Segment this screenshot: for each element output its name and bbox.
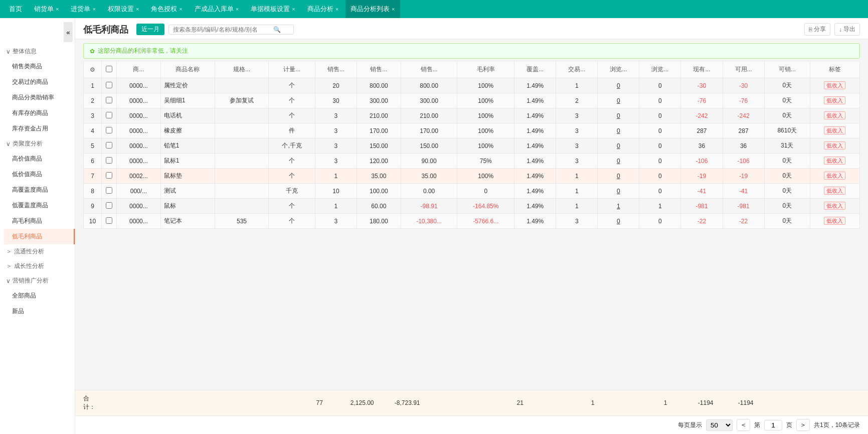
nav-analysis-list[interactable]: 商品分析列表 × [345, 0, 400, 18]
row-name[interactable]: 吴细细1 [160, 93, 215, 108]
row-name[interactable]: 鼠标垫 [160, 169, 215, 184]
per-page-select[interactable]: 50 100 200 [706, 419, 733, 431]
time-filter-button[interactable]: 近一月 [136, 24, 164, 35]
sidebar-item-category-rate[interactable]: 商品分类助销率 [4, 90, 75, 105]
row-views1[interactable]: 1 [598, 199, 639, 214]
close-icon[interactable]: × [292, 6, 295, 12]
row-checkbox[interactable] [102, 169, 117, 184]
row-checkbox[interactable] [102, 154, 117, 169]
nav-template[interactable]: 单据模板设置 × [246, 0, 300, 18]
nav-sales[interactable]: 销货单 × [29, 0, 64, 18]
row-checkbox[interactable] [102, 108, 117, 123]
table-row[interactable]: 10 0000... 笔记本 535 个 3 180.00 -10,380...… [84, 214, 860, 229]
row-profit-rate: 0 [457, 184, 514, 199]
sidebar-item-high-margin[interactable]: 高毛利商品 [4, 213, 75, 229]
row-name[interactable]: 橡皮擦 [160, 123, 215, 138]
row-views1[interactable]: 0 [598, 154, 639, 169]
row-available: -19 [723, 169, 764, 184]
search-icon[interactable]: 🔍 [273, 26, 281, 33]
table-row[interactable]: 4 0000... 橡皮擦 件 3 170.00 170.00 100% 1.4… [84, 123, 860, 138]
table-row[interactable]: 3 0000... 电话机 个 3 210.00 210.00 100% 1.4… [84, 108, 860, 123]
col-check-all[interactable] [102, 61, 117, 78]
sidebar-item-low-value[interactable]: 低价值商品 [4, 167, 75, 182]
close-icon[interactable]: × [92, 6, 95, 12]
nav-analysis[interactable]: 商品分析 × [302, 0, 343, 18]
nav-roles[interactable]: 角色授权 × [146, 0, 187, 18]
row-salable: 0天 [764, 154, 810, 169]
close-icon[interactable]: × [179, 6, 182, 12]
row-stock: 287 [681, 123, 723, 138]
row-views1[interactable]: 0 [598, 214, 639, 229]
close-icon[interactable]: × [136, 6, 139, 12]
search-input[interactable] [173, 26, 273, 33]
row-name[interactable]: 电话机 [160, 108, 215, 123]
sidebar-item-sales-goods[interactable]: 销售类商品 [4, 59, 75, 74]
col-settings[interactable]: ⚙ [84, 61, 102, 78]
sidebar-group-overall[interactable]: ∨ 整体信息 [0, 44, 75, 59]
table-row[interactable]: 2 0000... 吴细细1 参加复试 个 30 300.00 300.00 1… [84, 93, 860, 108]
row-coverage: 1.49% [514, 169, 556, 184]
table-row[interactable]: 6 0000... 鼠标1 个 3 120.00 90.00 75% 1.49%… [84, 154, 860, 169]
row-name[interactable]: 笔记本 [160, 214, 215, 229]
sidebar-item-stock-capital[interactable]: 库存资金占用 [4, 121, 75, 136]
sidebar-group-growth[interactable]: ＞ 成长性分析 [0, 259, 75, 273]
page-input[interactable] [764, 420, 782, 430]
sidebar-collapse-button[interactable]: « [64, 22, 73, 42]
row-views1[interactable]: 0 [598, 108, 639, 123]
sidebar-group-cluster[interactable]: ∨ 类聚度分析 [0, 136, 75, 151]
share-button[interactable]: ⎘ 分享 [804, 23, 830, 36]
next-page-button[interactable]: ＞ [796, 419, 810, 431]
close-icon[interactable]: × [392, 6, 395, 12]
export-button[interactable]: ↓ 导出 [834, 23, 860, 36]
row-name[interactable]: 铅笔1 [160, 138, 215, 154]
close-icon[interactable]: × [56, 6, 59, 12]
sidebar-item-low-margin[interactable]: 低毛利商品 [4, 229, 75, 244]
row-views1[interactable]: 0 [598, 93, 639, 108]
nav-products-in[interactable]: 产成品入库单 × [190, 0, 244, 18]
nav-purchase[interactable]: 进货单 × [66, 0, 100, 18]
row-checkbox[interactable] [102, 214, 117, 229]
row-views1[interactable]: 0 [598, 138, 639, 154]
table-row[interactable]: 9 0000... 鼠标 个 1 60.00 -98.91 -164.85% 1… [84, 199, 860, 214]
row-tag: 低收入 [810, 169, 859, 184]
sidebar-group-flow[interactable]: ＞ 流通性分析 [0, 244, 75, 259]
sidebar-item-high-value[interactable]: 高价值商品 [4, 151, 75, 167]
select-all-checkbox[interactable] [106, 66, 112, 72]
prev-page-button[interactable]: ＜ [737, 419, 750, 431]
row-sales-count: 20 [315, 78, 357, 93]
row-views1[interactable]: 0 [598, 78, 639, 93]
row-name[interactable]: 鼠标 [160, 199, 215, 214]
row-checkbox[interactable] [102, 199, 117, 214]
row-views1[interactable]: 0 [598, 123, 639, 138]
sidebar-item-all-goods[interactable]: 全部商品 [4, 288, 75, 304]
row-views1[interactable]: 0 [598, 169, 639, 184]
close-icon[interactable]: × [236, 6, 239, 12]
row-checkbox[interactable] [102, 93, 117, 108]
row-name[interactable]: 测试 [160, 184, 215, 199]
sidebar-item-high-coverage[interactable]: 高覆盖度商品 [4, 182, 75, 198]
sidebar-group-marketing[interactable]: ∨ 营销推广分析 [0, 273, 75, 288]
sidebar-item-stocked-goods[interactable]: 有库存的商品 [4, 105, 75, 121]
row-name[interactable]: 属性定价 [160, 78, 215, 93]
data-table: ⚙ 商... 商品名称 规格... 计量... 销售... 销售... 销售..… [83, 61, 860, 229]
row-transactions: 3 [556, 138, 598, 154]
nav-home[interactable]: 首页 [4, 0, 27, 18]
row-checkbox[interactable] [102, 78, 117, 93]
close-icon[interactable]: × [335, 6, 338, 12]
table-row[interactable]: 8 000/... 测试 千克 10 100.00 0.00 0 1.49% 1… [84, 184, 860, 199]
row-views1[interactable]: 0 [598, 184, 639, 199]
table-row[interactable]: 5 0000... 铅笔1 个,千克 3 150.00 150.00 100% … [84, 138, 860, 154]
nav-permissions[interactable]: 权限设置 × [103, 0, 144, 18]
row-checkbox[interactable] [102, 184, 117, 199]
row-unit: 千克 [269, 184, 315, 199]
row-checkbox[interactable] [102, 123, 117, 138]
sidebar-item-traded-goods[interactable]: 交易过的商品 [4, 74, 75, 90]
row-name[interactable]: 鼠标1 [160, 154, 215, 169]
row-sales-count: 3 [315, 214, 357, 229]
row-spec: 535 [215, 214, 269, 229]
row-checkbox[interactable] [102, 138, 117, 154]
table-row[interactable]: 7 0002... 鼠标垫 个 1 35.00 35.00 100% 1.49%… [84, 169, 860, 184]
sidebar-item-new-goods[interactable]: 新品 [4, 304, 75, 319]
sidebar-item-low-coverage[interactable]: 低覆盖度商品 [4, 198, 75, 213]
table-row[interactable]: 1 0000... 属性定价 个 20 800.00 800.00 100% 1… [84, 78, 860, 93]
